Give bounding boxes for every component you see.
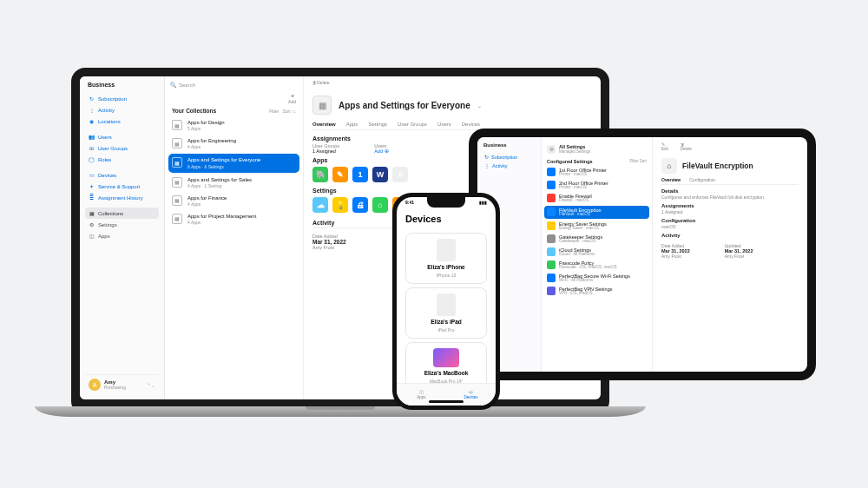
configured-setting-item[interactable]: 1st Floor Office PrinterPrinter · macOS: [542, 166, 652, 179]
iphone-device: 9:41▮▮▮ Devices Eliza's iPhoneiPhone 13E…: [392, 193, 500, 410]
collections-header: Your Collections Filter Sort ↑↓: [165, 108, 303, 116]
user-role: Purchasing: [104, 385, 126, 390]
collection-item[interactable]: ▦Apps for Design5 Apps: [165, 116, 303, 135]
configured-setting-item[interactable]: Passcode PolicyPasscode · iOS, iPadOS, m…: [542, 259, 652, 272]
nav-collections[interactable]: ▦Collections: [85, 208, 159, 219]
filter-button[interactable]: Filter: [629, 159, 638, 163]
app-icon[interactable]: 🐘: [312, 167, 328, 182]
tab-apps[interactable]: Apps: [346, 122, 358, 127]
setting-icon[interactable]: 💡: [332, 197, 348, 213]
device-icon: [437, 239, 456, 261]
app-icon[interactable]: 1: [352, 167, 368, 182]
tab-settings[interactable]: Settings: [368, 122, 387, 127]
collections-icon: ▦: [89, 210, 95, 216]
dropdown-icon[interactable]: ⌄: [477, 102, 482, 109]
collection-item[interactable]: ▦Apps for Project Management4 Apps: [165, 210, 303, 228]
nav-settings[interactable]: ⚙Settings: [85, 219, 159, 230]
collections-list: ▦Apps for Design5 Apps▦Apps for Engineer…: [165, 116, 303, 228]
device-card[interactable]: Eliza's iPadiPad Pro: [405, 287, 487, 339]
activity-icon: ⋮: [89, 107, 95, 113]
configured-setting-item[interactable]: iCloud SettingsiCloud · All Platforms: [542, 246, 652, 259]
tab-icon: ◫: [419, 390, 424, 394]
page-title: Apps and Settings for Everyone: [339, 101, 470, 110]
nav-subscription[interactable]: ↻Subscription: [85, 93, 159, 104]
support-icon: ✦: [89, 183, 95, 189]
setting-icon[interactable]: 🖨: [352, 197, 368, 213]
ipad-device: Business ↻Subscription ⋮Activity ⚙ All S…: [469, 129, 816, 380]
collection-item[interactable]: ▦Apps for Engineering4 Apps: [165, 135, 303, 153]
edit-button[interactable]: ✎Edit: [661, 142, 668, 151]
tab-overview[interactable]: Overview: [312, 122, 336, 127]
roles-icon: ◯: [89, 156, 95, 162]
collection-box-icon: ▦: [172, 177, 182, 188]
collection-item[interactable]: ▦Apps and Settings for Sales4 Apps · 1 S…: [165, 174, 303, 192]
configured-setting-item[interactable]: FileVault EncryptionFileVault · macOS: [544, 206, 649, 219]
add-users-button[interactable]: Add ⊕: [374, 148, 388, 154]
app-icon[interactable]: ✳: [412, 167, 428, 182]
tab-overview[interactable]: Overview: [661, 177, 681, 182]
setting-type-icon: [547, 287, 556, 295]
configured-setting-item[interactable]: Enable FirewallFirewall · macOS: [542, 192, 652, 205]
tab-configuration[interactable]: Configuration: [689, 177, 715, 182]
location-icon: ◉: [89, 118, 95, 124]
tab-devices[interactable]: Devices: [462, 122, 480, 127]
configured-setting-item[interactable]: Energy Saver SettingsEnergy Saver · macO…: [542, 220, 652, 233]
setting-type-icon: [547, 208, 556, 216]
delete-button[interactable]: 🗑Delete: [681, 142, 692, 151]
collection-item[interactable]: ▦Apps for Finance4 Apps: [165, 192, 303, 210]
all-settings-item[interactable]: ⚙ All SettingsManaged Settings: [542, 141, 652, 157]
nav-apps[interactable]: ◫Apps: [85, 230, 159, 241]
collections-column: 🔍Search ⊕Add Your Collections Filter Sor…: [165, 76, 304, 399]
setting-icon[interactable]: ⌂: [372, 197, 388, 213]
device-icon: [433, 348, 459, 367]
nav-service-support[interactable]: ✦Service & Support: [85, 181, 159, 192]
apps-icon: ◫: [89, 233, 95, 239]
nav-user-groups[interactable]: ⊞User Groups: [85, 142, 159, 154]
collection-item[interactable]: ▦Apps and Settings for Everyone6 Apps · …: [168, 154, 299, 172]
avatar: A: [89, 379, 101, 391]
tab-user-groups[interactable]: User Groups: [398, 122, 427, 127]
sort-button[interactable]: Sort: [640, 159, 647, 163]
setting-icon[interactable]: ☁: [312, 197, 328, 213]
assignments-heading: Assignments: [661, 203, 799, 208]
setting-type-icon: [547, 260, 556, 269]
delete-button[interactable]: 🗑Delete: [312, 80, 329, 85]
sort-button[interactable]: Sort ↑↓: [282, 109, 296, 114]
collection-box-icon: ▦: [172, 157, 182, 168]
brand-label: Business: [88, 82, 115, 88]
search-input[interactable]: 🔍Search: [165, 76, 303, 93]
nav-locations[interactable]: ◉Locations: [85, 115, 159, 127]
nav-subscription[interactable]: ↻Subscription: [482, 153, 536, 162]
configured-setting-item[interactable]: PerfectBag VPN SettingsVPN · iOS, iPadOS: [542, 285, 652, 298]
setting-type-icon: [547, 168, 556, 176]
configured-setting-item[interactable]: Gatekeeper SettingsGatekeeper · macOS: [542, 233, 652, 246]
page-title: Devices: [397, 205, 496, 229]
configured-setting-item[interactable]: PerfectBag Secure Wi-Fi SettingsWi-Fi · …: [542, 272, 652, 285]
collection-box-icon: ▦: [172, 120, 182, 130]
settings-icon: ⚙: [89, 221, 95, 228]
nav-roles[interactable]: ◯Roles: [85, 154, 159, 165]
nav-activity[interactable]: ⋮Activity: [482, 162, 536, 170]
configuration-heading: Configuration: [661, 218, 799, 223]
add-button[interactable]: ⊕Add: [288, 93, 296, 104]
app-icon[interactable]: W: [372, 167, 388, 182]
nav-assignment-history[interactable]: ≣Assignment History: [85, 192, 159, 203]
filter-button[interactable]: Filter: [269, 109, 279, 114]
setting-type-icon: [547, 247, 556, 256]
nav-devices[interactable]: ▭Devices: [85, 169, 159, 181]
tab-users[interactable]: Users: [437, 122, 451, 127]
app-icon[interactable]: ✎: [332, 167, 348, 182]
current-user[interactable]: A Amy Purchasing ⌃⌄: [85, 374, 159, 394]
nav-users[interactable]: 👥Users: [85, 131, 159, 142]
ipad-screen: Business ↻Subscription ⋮Activity ⚙ All S…: [477, 137, 807, 372]
app-brand: Business: [85, 82, 159, 88]
ipad-main-panel: ✎Edit 🗑Delete ⌂ FileVault Encryption Ove…: [653, 137, 807, 372]
iphone-notch: [427, 197, 465, 208]
nav-activity[interactable]: ⋮Activity: [85, 104, 159, 115]
activity-heading: Activity: [661, 233, 799, 238]
mac-sidebar: Business ↻Subscription ⋮Activity ◉Locati…: [80, 76, 165, 399]
app-icon[interactable]: ⌗: [392, 167, 408, 182]
device-card[interactable]: Eliza's iPhoneiPhone 13: [405, 233, 487, 284]
collection-box-icon: ▦: [172, 195, 182, 206]
configured-setting-item[interactable]: 2nd Floor Office PrinterPrinter · macOS: [542, 179, 652, 192]
